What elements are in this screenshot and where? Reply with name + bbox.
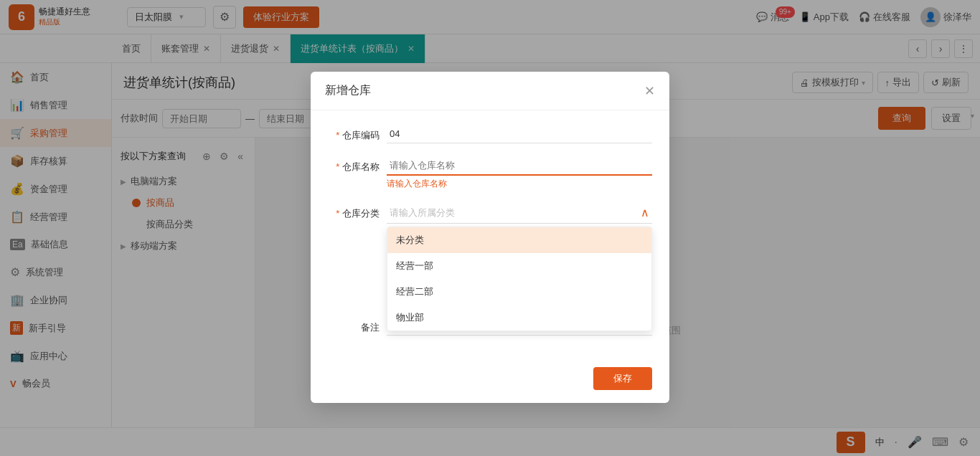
code-label: 仓库编码 bbox=[328, 125, 380, 142]
category-select[interactable]: 请输入所属分类 ∧ bbox=[387, 203, 652, 224]
dropdown-item-1[interactable]: 经营一部 bbox=[387, 253, 651, 279]
name-error-msg: 请输入仓库名称 bbox=[387, 178, 652, 190]
category-row: 仓库分类 请输入所属分类 ∧ 未分类 经营一部 经营二部 物业部 bbox=[328, 203, 652, 224]
code-control bbox=[387, 125, 652, 143]
name-label: 仓库名称 bbox=[328, 156, 380, 174]
save-button[interactable]: 保存 bbox=[593, 367, 652, 390]
category-dropdown: 未分类 经营一部 经营二部 物业部 bbox=[387, 227, 652, 331]
name-control: 请输入仓库名称 bbox=[387, 156, 652, 190]
code-row: 仓库编码 bbox=[328, 125, 652, 143]
category-control: 请输入所属分类 ∧ 未分类 经营一部 经营二部 物业部 bbox=[387, 203, 652, 224]
dialog-body: 仓库编码 仓库名称 请输入仓库名称 仓库分类 请输入所属分类 bbox=[311, 110, 669, 360]
dropdown-item-0[interactable]: 未分类 bbox=[387, 227, 651, 253]
note-label: 备注 bbox=[328, 317, 380, 334]
overlay: 新增仓库 ✕ 仓库编码 仓库名称 请输入仓库名称 仓库分类 bbox=[0, 0, 980, 456]
name-row: 仓库名称 请输入仓库名称 bbox=[328, 156, 652, 190]
dialog-title: 新增仓库 bbox=[325, 83, 371, 98]
category-placeholder: 请输入所属分类 bbox=[390, 206, 455, 219]
dropdown-item-2[interactable]: 经营二部 bbox=[387, 279, 651, 305]
dropdown-item-3[interactable]: 物业部 bbox=[387, 305, 651, 331]
new-warehouse-dialog: 新增仓库 ✕ 仓库编码 仓库名称 请输入仓库名称 仓库分类 bbox=[311, 72, 669, 403]
dialog-close-icon[interactable]: ✕ bbox=[644, 85, 655, 98]
dialog-header: 新增仓库 ✕ bbox=[311, 72, 669, 110]
category-label: 仓库分类 bbox=[328, 203, 380, 220]
code-input[interactable] bbox=[387, 125, 652, 143]
dialog-footer: 保存 bbox=[311, 360, 669, 403]
name-input[interactable] bbox=[387, 156, 652, 176]
chevron-up-icon[interactable]: ∧ bbox=[641, 206, 649, 219]
